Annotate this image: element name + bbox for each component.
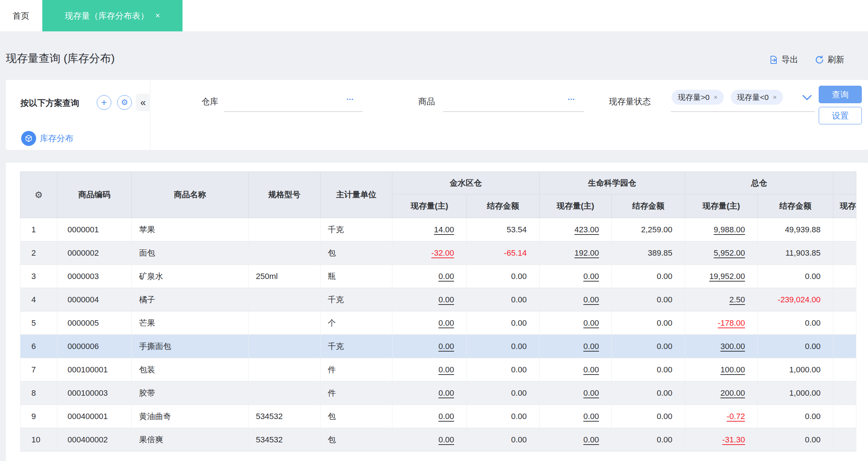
qty-cell: 0.00 bbox=[392, 405, 467, 428]
item-unit-cell: 个 bbox=[320, 311, 392, 335]
filter-tag-negative[interactable]: 现存量<0 × bbox=[731, 90, 783, 105]
table-row[interactable]: 40000004橘子千克0.000.000.000.002.50-239,024… bbox=[20, 288, 856, 311]
qty-link[interactable]: 0.00 bbox=[438, 365, 454, 374]
qty-link[interactable]: 300.00 bbox=[721, 342, 745, 351]
clipped-cell bbox=[833, 335, 856, 358]
qty-link[interactable]: 0.00 bbox=[438, 295, 454, 304]
table-row[interactable]: 50000005芒果个0.000.000.000.00-178.000.00 bbox=[20, 311, 856, 335]
qty-link[interactable]: 14.00 bbox=[434, 225, 454, 234]
table-row[interactable]: 30000003矿泉水250ml瓶0.000.000.000.0019,952.… bbox=[20, 265, 856, 288]
filter-tag-positive[interactable]: 现存量>0 × bbox=[672, 90, 724, 105]
item-code-cell: 000400001 bbox=[57, 405, 132, 428]
product-input[interactable] bbox=[443, 111, 584, 112]
query-button[interactable]: 查询 bbox=[819, 86, 862, 103]
remove-tag-icon[interactable]: × bbox=[714, 93, 718, 101]
table-row[interactable]: 20000002面包包-32.00-65.14192.00389.855,952… bbox=[20, 241, 856, 265]
table-row[interactable]: 7000100001包装件0.000.000.000.00100.001,000… bbox=[20, 358, 856, 381]
qty-link[interactable]: 0.00 bbox=[583, 388, 599, 398]
collapse-panel-button[interactable]: « bbox=[136, 94, 150, 111]
table-row[interactable]: 60000006手撕面包千克0.000.000.000.00300.000.00 bbox=[20, 335, 856, 358]
item-code-cell: 000400002 bbox=[57, 428, 132, 452]
qty-cell: 0.00 bbox=[539, 428, 612, 452]
row-index: 10 bbox=[20, 428, 57, 452]
qty-link[interactable]: 0.00 bbox=[583, 365, 599, 374]
amount-cell: 11,903.85 bbox=[758, 241, 833, 265]
qty-link[interactable]: 0.00 bbox=[438, 435, 454, 444]
warehouse-input[interactable] bbox=[224, 111, 363, 112]
stock-status-input[interactable] bbox=[671, 111, 815, 112]
row-index: 7 bbox=[20, 358, 57, 381]
item-spec-cell bbox=[249, 358, 320, 381]
qty-link[interactable]: 200.00 bbox=[721, 388, 745, 398]
clipped-cell bbox=[833, 311, 856, 335]
qty-link[interactable]: 0.00 bbox=[583, 342, 599, 351]
qty-link[interactable]: 0.00 bbox=[438, 412, 454, 421]
amount-cell: 0.00 bbox=[612, 288, 685, 311]
qty-link[interactable]: 0.00 bbox=[438, 388, 454, 398]
group-header-jinshui: 金水区仓 bbox=[392, 172, 539, 194]
qty-link[interactable]: 192.00 bbox=[575, 248, 599, 257]
qty-link[interactable]: 0.00 bbox=[583, 272, 599, 281]
collapse-icon: « bbox=[140, 97, 146, 108]
qty-link[interactable]: 0.00 bbox=[583, 295, 599, 304]
add-scheme-button[interactable]: + bbox=[97, 95, 111, 110]
close-tab-icon[interactable]: × bbox=[155, 11, 160, 20]
qty-link[interactable]: 0.00 bbox=[438, 342, 454, 351]
qty-link[interactable]: 0.00 bbox=[583, 318, 599, 328]
sub-header-qty: 现存量(主) bbox=[685, 194, 758, 218]
qty-cell: 0.00 bbox=[539, 288, 612, 311]
qty-cell: 0.00 bbox=[392, 381, 467, 405]
remove-tag-icon[interactable]: × bbox=[773, 93, 777, 101]
amount-cell: 0.00 bbox=[467, 428, 539, 452]
item-unit-cell: 件 bbox=[320, 381, 392, 405]
qty-link[interactable]: 423.00 bbox=[575, 225, 599, 234]
settings-button[interactable]: 设置 bbox=[819, 107, 862, 124]
qty-link[interactable]: 9,988.00 bbox=[714, 225, 745, 234]
table-row[interactable]: 9000400001黄油曲奇534532包0.000.000.000.00-0.… bbox=[20, 405, 856, 428]
product-picker-dots-icon[interactable]: ••• bbox=[568, 97, 575, 102]
export-button[interactable]: 导出 bbox=[769, 54, 798, 65]
qty-cell: 0.00 bbox=[392, 265, 467, 288]
warehouse-picker-dots-icon[interactable]: ••• bbox=[347, 97, 354, 102]
qty-link[interactable]: 5,952.00 bbox=[714, 248, 745, 257]
qty-link[interactable]: -31.30 bbox=[722, 435, 745, 444]
tab-inventory-distribution[interactable]: 现存量（库存分布表） × bbox=[42, 0, 183, 31]
tab-home[interactable]: 首页 bbox=[0, 0, 42, 31]
qty-cell: 0.00 bbox=[539, 311, 612, 335]
warehouse-field-label: 仓库 bbox=[201, 96, 218, 107]
qty-cell: 0.00 bbox=[539, 335, 612, 358]
qty-cell: 0.00 bbox=[539, 381, 612, 405]
scheme-item-label: 库存分布 bbox=[40, 133, 73, 144]
qty-link[interactable]: 0.00 bbox=[583, 412, 599, 421]
refresh-button[interactable]: 刷新 bbox=[815, 54, 844, 65]
amount-cell: 0.00 bbox=[612, 358, 685, 381]
amount-cell: 0.00 bbox=[758, 335, 833, 358]
item-code-cell: 0000001 bbox=[57, 218, 132, 241]
qty-link[interactable]: 2.50 bbox=[729, 295, 745, 304]
table-row[interactable]: 8000100003胶带件0.000.000.000.00200.001,000… bbox=[20, 381, 856, 405]
table-row[interactable]: 10000400002果倍爽534532包0.000.000.000.00-31… bbox=[20, 428, 856, 452]
table-row[interactable]: 10000001苹果千克14.0053.54423.002,259.009,98… bbox=[20, 218, 856, 241]
cube-icon bbox=[21, 131, 36, 146]
qty-cell: 0.00 bbox=[539, 405, 612, 428]
qty-link[interactable]: 0.00 bbox=[438, 318, 454, 328]
qty-link[interactable]: 0.00 bbox=[438, 272, 454, 281]
sub-header-amount: 结存金额 bbox=[467, 194, 539, 218]
qty-link[interactable]: 0.00 bbox=[583, 435, 599, 444]
item-unit-cell: 千克 bbox=[320, 288, 392, 311]
amount-cell: 0.00 bbox=[467, 358, 539, 381]
chevron-down-icon[interactable] bbox=[802, 94, 813, 102]
item-spec-cell bbox=[249, 241, 320, 265]
scheme-settings-button[interactable]: ⚙ bbox=[117, 95, 132, 110]
column-settings-gear-icon[interactable]: ⚙ bbox=[20, 172, 57, 218]
qty-link[interactable]: -0.72 bbox=[727, 412, 745, 421]
scheme-panel-title: 按以下方案查询 bbox=[20, 97, 79, 109]
item-name-cell: 芒果 bbox=[132, 311, 249, 335]
qty-link[interactable]: 19,952.00 bbox=[709, 272, 745, 281]
item-name-cell: 胶带 bbox=[132, 381, 249, 405]
qty-link[interactable]: 100.00 bbox=[721, 365, 745, 374]
qty-link[interactable]: -32.00 bbox=[431, 248, 454, 257]
qty-link[interactable]: -178.00 bbox=[718, 318, 745, 328]
inventory-table: ⚙ 商品编码 商品名称 规格型号 主计量单位 金水区仓 生命科学园仓 总仓 现存… bbox=[20, 171, 856, 452]
scheme-item-inventory-distribution[interactable]: 库存分布 bbox=[21, 131, 73, 146]
